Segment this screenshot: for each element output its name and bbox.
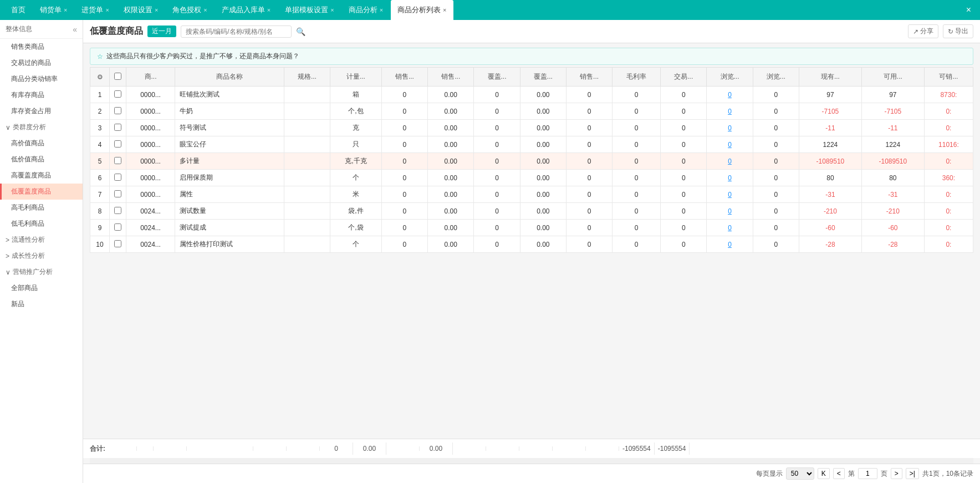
row-sales3: 0 bbox=[566, 203, 612, 220]
sidebar-group-growth[interactable]: > 成长性分析 bbox=[0, 248, 83, 264]
row-checkbox[interactable] bbox=[114, 157, 121, 164]
search-input[interactable] bbox=[181, 26, 292, 38]
row-check[interactable] bbox=[110, 186, 126, 203]
row-checkbox[interactable] bbox=[114, 140, 121, 148]
row-view1[interactable]: 0 bbox=[707, 220, 753, 236]
footer-spacer2 bbox=[137, 446, 154, 451]
nav-analysis-close[interactable]: × bbox=[380, 7, 383, 13]
sidebar-item-category-rate[interactable]: 商品分类动销率 bbox=[0, 71, 83, 87]
row-sales3: 0 bbox=[566, 136, 612, 153]
time-badge[interactable]: 近一月 bbox=[147, 26, 176, 37]
nav-product-entry-close[interactable]: × bbox=[267, 7, 270, 13]
row-check[interactable] bbox=[110, 236, 126, 253]
row-checkbox[interactable] bbox=[114, 124, 121, 131]
row-view1[interactable]: 0 bbox=[707, 236, 753, 253]
table-header-row: ⚙ 商... 商品名称 规格... 计量... 销售... 销售... 覆盖..… bbox=[90, 68, 973, 87]
row-sales2: 0.00 bbox=[428, 170, 474, 186]
nav-sales-close[interactable]: × bbox=[64, 7, 67, 13]
row-check[interactable] bbox=[110, 220, 126, 236]
nav-permission-close[interactable]: × bbox=[155, 7, 158, 13]
sidebar-item-high-gross[interactable]: 高毛利商品 bbox=[0, 200, 83, 216]
nav-analysis-list-close[interactable]: × bbox=[443, 7, 446, 13]
row-check[interactable] bbox=[110, 203, 126, 220]
th-stock2: 可用... bbox=[861, 68, 924, 87]
nav-analysis-list[interactable]: 商品分析列表 × bbox=[391, 0, 453, 20]
nav-permission[interactable]: 权限设置 × bbox=[117, 0, 165, 20]
last-page-button[interactable]: >| bbox=[906, 468, 919, 479]
sidebar-item-sales-goods[interactable]: 销售类商品 bbox=[0, 39, 83, 55]
row-check[interactable] bbox=[110, 103, 126, 120]
row-unit: 个 bbox=[330, 170, 382, 186]
row-view1[interactable]: 0 bbox=[707, 103, 753, 120]
sidebar-header-label: 整体信息 bbox=[6, 24, 32, 34]
nav-role-close[interactable]: × bbox=[203, 7, 207, 13]
row-view1[interactable]: 0 bbox=[707, 153, 753, 170]
sidebar-item-high-value[interactable]: 高价值商品 bbox=[0, 135, 83, 151]
sidebar-item-stock-capital[interactable]: 库存资金占用 bbox=[0, 103, 83, 119]
sidebar-group-marketing[interactable]: ∨ 营销推广分析 bbox=[0, 264, 83, 280]
row-checkbox[interactable] bbox=[114, 90, 121, 98]
row-name: 多计量 bbox=[175, 153, 284, 170]
row-checkbox[interactable] bbox=[114, 107, 121, 114]
nav-template-close[interactable]: × bbox=[330, 7, 334, 13]
row-check[interactable] bbox=[110, 136, 126, 153]
row-check[interactable] bbox=[110, 153, 126, 170]
row-checkbox[interactable] bbox=[114, 240, 121, 247]
nav-sales[interactable]: 销货单 × bbox=[33, 0, 74, 20]
nav-analysis[interactable]: 商品分析 × bbox=[342, 0, 390, 20]
row-view2: 0 bbox=[753, 236, 799, 253]
row-stock1: 80 bbox=[799, 170, 861, 186]
row-view2: 0 bbox=[753, 136, 799, 153]
row-view1[interactable]: 0 bbox=[707, 170, 753, 186]
row-gross: 0 bbox=[612, 203, 661, 220]
nav-purchase-close[interactable]: × bbox=[105, 7, 109, 13]
next-page-button[interactable]: > bbox=[891, 468, 902, 479]
sidebar-group-liquidity[interactable]: > 流通性分析 bbox=[0, 232, 83, 248]
row-check[interactable] bbox=[110, 170, 126, 186]
page-size-select[interactable]: 50 100 200 bbox=[786, 467, 814, 480]
share-button[interactable]: ↗ 分享 bbox=[908, 24, 938, 38]
row-view1[interactable]: 0 bbox=[707, 203, 753, 220]
table-row: 1 0000... 旺铺批次测试 箱 0 0.00 0 0.00 0 0 0 0… bbox=[90, 87, 973, 103]
sidebar-item-all-goods[interactable]: 全部商品 bbox=[0, 280, 83, 296]
nav-purchase[interactable]: 进货单 × bbox=[75, 0, 115, 20]
select-all-checkbox[interactable] bbox=[114, 73, 121, 80]
row-checkbox[interactable] bbox=[114, 223, 121, 231]
row-checkbox[interactable] bbox=[114, 207, 121, 214]
table-container[interactable]: ⚙ 商... 商品名称 规格... 计量... 销售... 销售... 覆盖..… bbox=[90, 67, 973, 439]
sidebar-item-low-value[interactable]: 低价值商品 bbox=[0, 151, 83, 167]
sidebar-item-low-gross[interactable]: 低毛利商品 bbox=[0, 216, 83, 232]
prev-page-button[interactable]: < bbox=[833, 468, 845, 479]
row-view1[interactable]: 0 bbox=[707, 136, 753, 153]
th-settings[interactable]: ⚙ bbox=[90, 68, 110, 87]
first-page-button[interactable]: K bbox=[818, 468, 830, 479]
row-check[interactable] bbox=[110, 120, 126, 136]
row-view2: 0 bbox=[753, 120, 799, 136]
sidebar-item-in-stock[interactable]: 有库存商品 bbox=[0, 87, 83, 103]
row-view1[interactable]: 0 bbox=[707, 87, 753, 103]
row-view1[interactable]: 0 bbox=[707, 186, 753, 203]
sidebar-item-high-coverage[interactable]: 高覆盖度商品 bbox=[0, 167, 83, 184]
nav-role[interactable]: 角色授权 × bbox=[166, 0, 213, 20]
sidebar-item-new-goods[interactable]: 新品 bbox=[0, 296, 83, 312]
nav-product-entry[interactable]: 产成品入库单 × bbox=[215, 0, 277, 20]
row-sales2: 0.00 bbox=[428, 220, 474, 236]
sidebar-item-traded-goods[interactable]: 交易过的商品 bbox=[0, 55, 83, 71]
sidebar-group-category-analysis[interactable]: ∨ 类群度分析 bbox=[0, 119, 83, 135]
page-input[interactable] bbox=[858, 468, 877, 479]
export-button[interactable]: ↻ 导出 bbox=[943, 24, 973, 38]
row-checkbox[interactable] bbox=[114, 174, 121, 181]
search-icon[interactable]: 🔍 bbox=[296, 27, 305, 36]
row-trade: 0 bbox=[661, 87, 707, 103]
row-view1[interactable]: 0 bbox=[707, 120, 753, 136]
nav-template[interactable]: 单据模板设置 × bbox=[278, 0, 340, 20]
sidebar-item-low-coverage[interactable]: 低覆盖度商品 bbox=[0, 184, 83, 200]
row-stock1: -11 bbox=[799, 120, 861, 136]
row-cover2: 0.00 bbox=[520, 220, 566, 236]
sidebar-collapse-button[interactable]: « bbox=[73, 25, 77, 34]
row-check[interactable] bbox=[110, 87, 126, 103]
row-name: 符号测试 bbox=[175, 120, 284, 136]
row-checkbox[interactable] bbox=[114, 190, 121, 197]
nav-home[interactable]: 首页 bbox=[4, 0, 32, 20]
window-close-button[interactable]: × bbox=[962, 5, 976, 15]
